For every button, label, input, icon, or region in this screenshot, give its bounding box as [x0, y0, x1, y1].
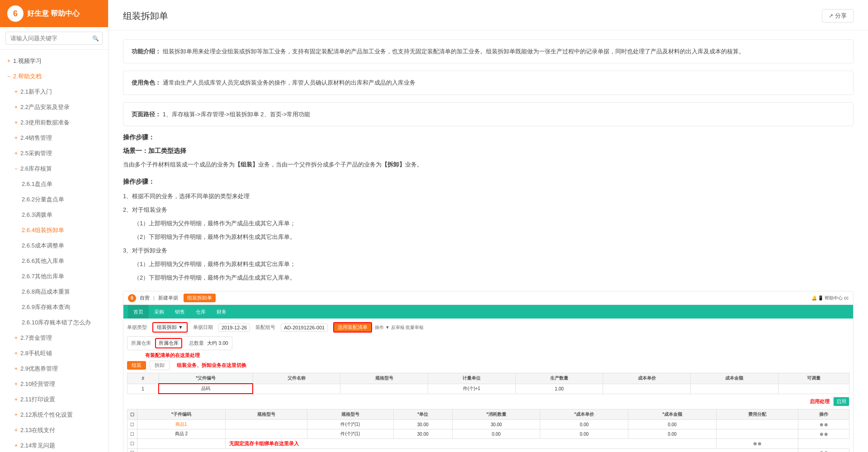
sub-check-4: ☐ — [127, 449, 137, 452]
page-title: 组装拆卸单 — [123, 10, 168, 22]
sidebar-item-s210[interactable]: + 2.10经营管理 — [0, 376, 108, 392]
sidebar-item-s25[interactable]: + 2.5采购管理 — [0, 146, 108, 161]
sub-col-9: 操作 — [798, 409, 849, 420]
assembly-tab[interactable]: 组装 — [127, 361, 146, 370]
sidebar-item-docs[interactable]: − 2.帮助文档 — [0, 69, 108, 84]
sidebar-item-s214[interactable]: + 2.14常见问题 — [0, 438, 108, 452]
share-button[interactable]: ↗ 分享 — [822, 9, 854, 23]
sub-col-6: *成本单价 — [540, 409, 628, 420]
warehouse-row: 所属仓库 所属仓库 总数量 大约 3.00 — [127, 336, 232, 350]
disassembly-tab[interactable]: 拆卸 — [150, 361, 170, 370]
sub-ann-4: 无固定流存卡组绑单在这里录入 — [225, 439, 716, 449]
cell-name — [253, 384, 340, 394]
no-input[interactable]: AD-20191226-001 — [281, 324, 328, 332]
nav-home[interactable]: 首页 — [128, 305, 149, 319]
content-body: 功能介绍： 组装拆卸单用来处理企业组装或拆卸等加工业务，支持有固定装配清单的产品… — [108, 30, 868, 452]
sidebar-item-s212[interactable]: + 2.12系统个性化设置 — [0, 407, 108, 423]
sidebar-item-s22[interactable]: + 2.2产品安装及登录 — [0, 100, 108, 115]
warehouse-select[interactable]: 所属仓库 — [155, 338, 182, 348]
highlighted-cell: 品码 — [201, 386, 210, 391]
func-intro-text: 组装拆卸单用来处理企业组装或拆卸等加工业务，支持有固定装配清单的产品加工业务，也… — [163, 48, 745, 55]
new-doc-btn[interactable]: 组装拆卸单 — [184, 294, 216, 302]
step-2-sub2: （2）下部明细为子件明细，最终作为原材料生成其它出库单。 — [123, 231, 854, 243]
expand-icon: + — [14, 350, 18, 357]
sidebar-item-s23[interactable]: + 2.3使用前数据准备 — [0, 115, 108, 130]
sidebar-item-s29[interactable]: + 2.9优惠券管理 — [0, 361, 108, 376]
search-wrapper — [5, 32, 103, 45]
type-select-highlighted[interactable]: 组装拆卸 ▼ — [152, 322, 188, 333]
sub-row-1: ☐ 商品1 件(个)*(1) 30.00 30.00 0.00 0.00 — [127, 420, 849, 429]
path-label: 页面路径： — [132, 111, 161, 118]
sub-spec-2 — [225, 429, 307, 439]
step-2: 2、对于组装业务 — [123, 204, 854, 216]
cell-avail — [778, 384, 849, 394]
sidebar-item-s28[interactable]: + 2.8手机旺铺 — [0, 346, 108, 361]
sub-spec2-2: 件(个)*(1) — [307, 429, 393, 439]
sub-total-1: 0.00 — [628, 420, 717, 429]
sidebar-item-s265[interactable]: 2.6.5成本调整单 — [0, 238, 108, 253]
qty-label: 总数量 — [189, 340, 204, 346]
role-label: 使用角色： — [132, 79, 161, 86]
sidebar-item-s263[interactable]: 2.6.3调拨单 — [0, 207, 108, 223]
sub-unit-2: 30.00 — [393, 429, 452, 439]
sidebar-item-s267[interactable]: 2.6.7其他出库单 — [0, 269, 108, 284]
sub-qty-1: 30.00 — [452, 420, 540, 429]
sidebar-item-s268[interactable]: 2.6.8商品成本重算 — [0, 284, 108, 300]
nav-sales[interactable]: 销售 — [170, 305, 190, 319]
expand-icon: + — [14, 442, 18, 449]
expand-icon: + — [14, 427, 18, 433]
role-text: 通常由生产人员或库管人员完成拆装业务的操作，库管人员确认原材料的出库和产成品的入… — [163, 79, 415, 86]
expand-icon: + — [14, 412, 18, 418]
nav-finance[interactable]: 财务 — [211, 305, 232, 319]
ops-steps-title: 操作步骤： — [123, 178, 854, 186]
ops-options: 操作 ▼ 反审核 批量审核 — [375, 324, 424, 331]
sidebar-item-s266[interactable]: 2.6.6其他入库单 — [0, 253, 108, 269]
sub-col-8: 费用分配 — [716, 409, 798, 420]
col-cost: 成本单价 — [603, 373, 691, 384]
sub-spec2-1: 件(个)*(1) — [307, 420, 393, 429]
app-icons: 🔔 📱 帮助中心 cc — [811, 295, 849, 301]
ann3-row: 启用处理 启用 — [127, 397, 849, 406]
sidebar-item-s211[interactable]: + 2.11打印设置 — [0, 392, 108, 407]
cell-qty: 件(个)+1 — [428, 384, 516, 394]
parent-table: # *父件编号 父件名称 规格型号 计量单位 生产数量 成本单价 成本金额 可调… — [127, 373, 849, 394]
nav-warehouse[interactable]: 仓库 — [190, 305, 211, 319]
ann-text-1: 有装配清单的在这里处理 — [145, 352, 849, 359]
form-label-type: 单据类型 — [127, 324, 147, 331]
screenshot-image: 6 自营 | 新建单据 组装拆卸单 🔔 📱 帮助中心 cc 首页 采购 销售 仓… — [123, 291, 853, 452]
col-avail: 可调量 — [778, 373, 849, 384]
search-input[interactable] — [5, 32, 103, 45]
enable-btn[interactable]: 启用 — [833, 397, 849, 406]
step-1: 1、根据不同的业务，选择不同单据的类型来处理 — [123, 190, 854, 202]
nav-purchase[interactable]: 采购 — [149, 305, 170, 319]
sidebar-item-s269[interactable]: 2.6.9库存账本查询 — [0, 300, 108, 315]
sub-op-4: ⊕ ⊗ — [798, 449, 849, 452]
sidebar-item-s27[interactable]: + 2.7资金管理 — [0, 330, 108, 346]
ann-text-2: 组装业务、拆卸业务在这里切换 — [177, 362, 246, 369]
sidebar-item-s24[interactable]: + 2.4销售管理 — [0, 130, 108, 146]
sidebar-item-s262[interactable]: 2.6.2分量盘点单 — [0, 192, 108, 207]
sub-unit-1: 30.00 — [393, 420, 452, 429]
expand-icon: + — [14, 89, 18, 95]
sidebar-item-s26[interactable]: − 2.6库存核算 — [0, 161, 108, 176]
packing-list-btn[interactable]: 选用装配清单 — [333, 322, 372, 333]
sidebar-item-s261[interactable]: 2.6.1盘点单 — [0, 176, 108, 192]
app-logo-small: 6 — [128, 294, 136, 302]
sub-col-5: *消耗数量 — [452, 409, 540, 420]
sub-col-1: *子件编码 — [137, 409, 226, 420]
sidebar-item-s264-current[interactable]: 2.6.4组装拆卸单 — [0, 223, 108, 238]
form-top-row: 单据类型 组装拆卸 ▼ 单据日期 2019-12-26 装配组号 AD-2019… — [127, 322, 849, 333]
sub-col-3: 规格型号 — [307, 409, 393, 420]
date-input[interactable]: 2019-12-26 — [218, 324, 250, 332]
sidebar-item-s2610[interactable]: 2.6.10库存账本错了怎么办 — [0, 315, 108, 330]
content-header: 组装拆卸单 ↗ 分享 — [108, 0, 868, 30]
scenario-desc: 当由多个子件材料组装成一个成品的业务为【组装】业务，当由一个父件拆分成多个子产品… — [123, 159, 854, 171]
type-switch-row: 组装 拆卸 组装业务、拆卸业务在这里切换 — [127, 361, 849, 370]
sidebar-item-video[interactable]: + 1.视频学习 — [0, 53, 108, 69]
collapse-icon: − — [7, 73, 10, 80]
sidebar-item-s213[interactable]: + 2.13在线支付 — [0, 423, 108, 438]
col-goods-name: 父件名称 — [253, 373, 340, 384]
sub-alloc-1 — [716, 420, 798, 429]
col-unit: 生产数量 — [515, 373, 603, 384]
sidebar-item-s21[interactable]: + 2.1新手入门 — [0, 84, 108, 100]
